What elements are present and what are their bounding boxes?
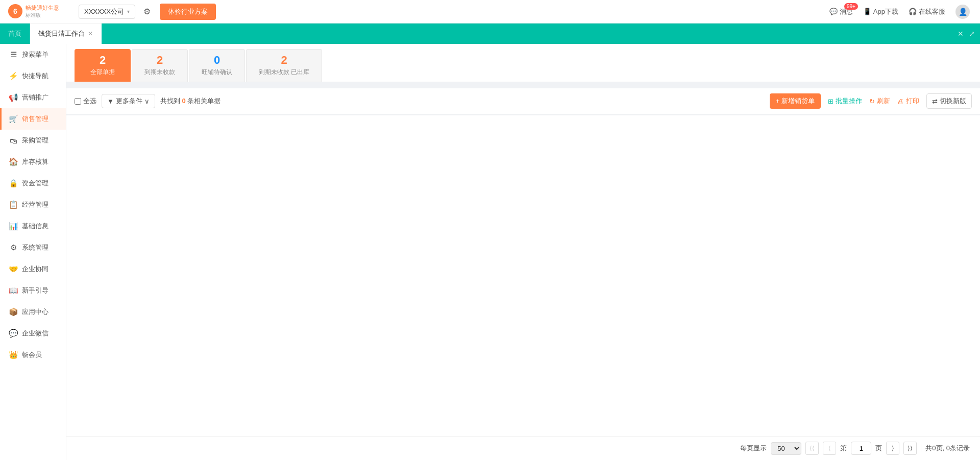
sidebar-item-sales[interactable]: 🛒 销售管理 (0, 108, 66, 130)
sidebar-item-appstore[interactable]: 📦 应用中心 (0, 301, 66, 323)
batch-label: 批量操作 (836, 96, 862, 106)
sidebar-label-marketing: 营销推广 (22, 93, 48, 102)
finance-icon: 🔒 (9, 179, 18, 188)
switch-icon: ⇄ (932, 98, 938, 105)
pagination: 每页显示 50 100 ⟨⟨ ⟨ 第 页 ⟩ ⟩⟩ 共0页, 0条记录 (66, 436, 980, 460)
company-selector[interactable]: XXXXXX公司 ▾ (79, 5, 135, 19)
purchase-icon: 🛍 (9, 136, 18, 145)
close-icon[interactable]: ✕ (88, 30, 93, 37)
avatar-icon: 👤 (955, 5, 970, 19)
first-page-button[interactable]: ⟨⟨ (805, 442, 819, 455)
filter-button[interactable]: ▼ 更多条件 ∨ (102, 94, 155, 108)
marketing-icon: 📢 (9, 93, 18, 102)
sidebar-item-shortcut[interactable]: ⚡ 快捷导航 (0, 65, 66, 87)
per-page-select[interactable]: 50 100 (771, 442, 801, 455)
batch-button[interactable]: ⊞ 批量操作 (828, 96, 862, 106)
print-label: 打印 (906, 96, 919, 106)
tab-home-label: 首页 (8, 29, 21, 38)
message-button[interactable]: 💬 消息 99+ (829, 7, 853, 16)
wechat-icon: 💬 (9, 329, 18, 338)
stat-wangpu-label: 旺铺待确认 (202, 68, 232, 77)
sidebar-item-search[interactable]: ☰ 搜索菜单 (0, 44, 66, 65)
sidebar-label-finance: 资金管理 (22, 179, 48, 188)
company-name: XXXXXX公司 (84, 7, 124, 16)
new-order-button[interactable]: + 新增销货单 (770, 93, 821, 109)
refresh-button[interactable]: ↻ 刷新 (869, 96, 890, 106)
tab-home[interactable]: 首页 (0, 23, 30, 44)
last-page-button[interactable]: ⟩⟩ (903, 442, 917, 455)
page-input[interactable] (851, 442, 871, 455)
stats-tabs-row: 2 全部单据 2 到期未收款 0 旺铺待确认 2 到期未收款 已出库 (75, 49, 972, 82)
app-version: 标准版 (26, 12, 59, 19)
found-suffix: 条相关单据 (187, 97, 220, 105)
minimize-icon[interactable]: ✕ (958, 30, 964, 38)
sidebar-item-purchase[interactable]: 🛍 采购管理 (0, 130, 66, 151)
sidebar-label-wechat: 企业微信 (22, 329, 48, 338)
trial-button[interactable]: 体验行业方案 (160, 4, 216, 20)
user-avatar[interactable]: 👤 (955, 5, 972, 19)
stats-tabs: 2 全部单据 2 到期未收款 0 旺铺待确认 2 到期未收款 已出库 (66, 44, 980, 82)
stat-shipped-num: 2 (259, 54, 309, 67)
stat-tab-shipped[interactable]: 2 到期未收款 已出库 (246, 49, 322, 82)
sidebar-item-finance[interactable]: 🔒 资金管理 (0, 173, 66, 194)
logo-area: 6 畅捷通好生意 标准版 (8, 4, 75, 18)
switch-label: 切换新版 (940, 96, 966, 106)
sidebar-label-enterprise: 企业协同 (22, 264, 48, 274)
sidebar-label-search: 搜索菜单 (22, 50, 48, 59)
tab-workbench-label: 钱货日清工作台 (38, 29, 85, 38)
page-label: 第 (840, 444, 847, 453)
filter-icon: ▼ (107, 98, 114, 105)
print-icon: 🖨 (897, 98, 904, 105)
download-icon: 📱 (863, 8, 871, 15)
member-icon: 👑 (9, 350, 18, 359)
found-prefix: 共找到 (160, 97, 180, 105)
system-icon: ⚙ (9, 243, 18, 252)
stat-tab-wangpu[interactable]: 0 旺铺待确认 (189, 49, 245, 82)
top-bar: 6 畅捷通好生意 标准版 XXXXXX公司 ▾ ⚙ 体验行业方案 💬 消息 99… (0, 0, 980, 23)
sidebar-label-system: 系统管理 (22, 243, 48, 252)
sidebar-item-inventory[interactable]: 🏠 库存核算 (0, 151, 66, 173)
select-all-input[interactable] (75, 98, 81, 105)
app-name: 畅捷通好生意 (26, 4, 59, 11)
stat-tab-overdue[interactable]: 2 到期未收款 (132, 49, 188, 82)
settings-button[interactable]: ⚙ (139, 4, 155, 19)
sidebar: ☰ 搜索菜单 ⚡ 快捷导航 📢 营销推广 🛒 销售管理 🛍 采购管理 🏠 库 (0, 44, 66, 460)
logo-icon: 6 (8, 4, 22, 18)
enterprise-icon: 🤝 (9, 264, 18, 274)
message-badge: 99+ (844, 3, 858, 10)
found-num: 0 (182, 97, 186, 105)
switch-version-button[interactable]: ⇄ 切换新版 (926, 93, 972, 109)
inventory-icon: 🏠 (9, 157, 18, 166)
sidebar-item-marketing[interactable]: 📢 营销推广 (0, 87, 66, 108)
stat-tab-all[interactable]: 2 全部单据 (75, 49, 131, 82)
select-all-checkbox[interactable]: 全选 (75, 96, 96, 106)
page-suffix: 页 (875, 444, 882, 453)
sidebar-label-inventory: 库存核算 (22, 157, 48, 166)
sidebar-label-guide: 新手引导 (22, 286, 48, 295)
print-button[interactable]: 🖨 打印 (897, 96, 919, 106)
prev-page-button[interactable]: ⟨ (823, 442, 836, 455)
next-page-button[interactable]: ⟩ (886, 442, 899, 455)
sidebar-item-guide[interactable]: 📖 新手引导 (0, 280, 66, 301)
sidebar-item-wechat[interactable]: 💬 企业微信 (0, 323, 66, 344)
table-area (66, 115, 980, 436)
sidebar-item-member[interactable]: 👑 畅会员 (0, 344, 66, 366)
maximize-icon[interactable]: ⤢ (969, 30, 975, 38)
sidebar-nav: ☰ 搜索菜单 ⚡ 快捷导航 📢 营销推广 🛒 销售管理 🛍 采购管理 🏠 库 (0, 44, 66, 366)
content-area: 2 全部单据 2 到期未收款 0 旺铺待确认 2 到期未收款 已出库 (66, 44, 980, 460)
per-page-label: 每页显示 (740, 444, 767, 453)
app-download-button[interactable]: 📱 App下载 (863, 7, 898, 16)
shortcut-icon: ⚡ (9, 71, 18, 81)
stat-shipped-label: 到期未收款 已出库 (259, 68, 309, 77)
sidebar-item-system[interactable]: ⚙ 系统管理 (0, 237, 66, 258)
refresh-icon: ↻ (869, 98, 875, 105)
operations-icon: 📋 (9, 200, 18, 209)
sidebar-item-basics[interactable]: 📊 基础信息 (0, 215, 66, 237)
stat-overdue-label: 到期未收款 (144, 68, 175, 77)
tab-workbench[interactable]: 钱货日清工作台 ✕ (30, 23, 102, 44)
online-service-button[interactable]: 🎧 在线客服 (909, 7, 945, 16)
search-icon: ☰ (9, 50, 18, 59)
sidebar-item-operations[interactable]: 📋 经营管理 (0, 194, 66, 215)
total-label: 共0页, 0条记录 (925, 444, 970, 453)
sidebar-item-enterprise[interactable]: 🤝 企业协同 (0, 258, 66, 280)
